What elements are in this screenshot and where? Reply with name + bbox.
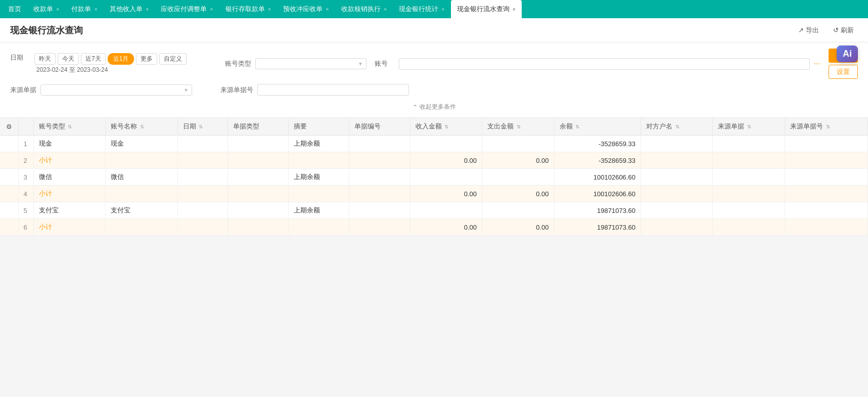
settings-button[interactable]: 设置 — [829, 65, 858, 79]
date-btn-yesterday[interactable]: 昨天 — [34, 53, 56, 65]
account-type-select[interactable]: ▾ — [255, 58, 367, 69]
close-tab-icon[interactable]: × — [146, 6, 149, 12]
cell-source_doc_num — [785, 219, 867, 236]
ai-badge[interactable]: Ai — [837, 46, 858, 62]
source-doc-select[interactable]: ▾ — [40, 84, 192, 96]
cell-account_type: 小计 — [33, 152, 106, 169]
collapse-icon: ⌃ — [413, 104, 418, 111]
cell-source_doc_num — [785, 136, 867, 152]
cell-income — [410, 202, 482, 219]
cell-doc_type — [228, 186, 289, 202]
cell-summary — [289, 152, 349, 169]
close-tab-icon[interactable]: × — [441, 6, 444, 12]
close-tab-icon[interactable]: × — [326, 6, 329, 12]
nav-home[interactable]: 首页 — [2, 0, 27, 18]
cell-doc_type — [228, 136, 289, 152]
sort-icon: ⇅ — [68, 124, 72, 129]
date-label: 日期 — [10, 53, 30, 62]
date-btn-more[interactable]: 更多 — [136, 53, 157, 65]
col-account_name[interactable]: 账号名称 ⇅ — [106, 118, 178, 136]
cell-rownum: 6 — [18, 219, 33, 236]
cell-doc_number — [349, 202, 410, 219]
cell-date — [177, 136, 228, 152]
export-button[interactable]: ↗ 导出 — [794, 24, 823, 37]
cell-rownum: 2 — [18, 152, 33, 169]
col-expense[interactable]: 支出金额 ⇅ — [482, 118, 555, 136]
cell-source_doc — [713, 152, 785, 169]
cell-balance: 100102606.60 — [554, 169, 641, 186]
refresh-button[interactable]: ↺ 刷新 — [829, 24, 858, 37]
sort-icon: ⇅ — [517, 124, 521, 129]
col-date[interactable]: 日期 ⇅ — [177, 118, 228, 136]
table-row: 6小计0.000.0019871073.60 — [0, 219, 868, 236]
nav-tab-应收应付调整单[interactable]: 应收应付调整单× — [155, 0, 219, 18]
cell-account_type: 小计 — [33, 186, 106, 202]
date-btn-custom[interactable]: 自定义 — [159, 53, 187, 65]
col-source_doc_num[interactable]: 来源单据号 ⇅ — [785, 118, 867, 136]
source-doc-num-filter: 来源单据号 — [220, 84, 409, 96]
cell-rownum: 3 — [18, 169, 33, 186]
account-dots-button[interactable]: ··· — [814, 59, 820, 68]
cell-source_doc — [713, 136, 785, 152]
filter-row-2: 来源单据 ▾ 来源单据号 — [10, 84, 858, 96]
col-income[interactable]: 收入金额 ⇅ — [410, 118, 482, 136]
cell-balance: 100102606.60 — [554, 186, 641, 202]
nav-tab-现金银行统计[interactable]: 现金银行统计× — [393, 0, 450, 18]
cell-source_doc_num — [785, 169, 867, 186]
cell-settings — [0, 136, 18, 152]
nav-tab-收款核销执行[interactable]: 收款核销执行× — [335, 0, 393, 18]
close-tab-icon[interactable]: × — [513, 6, 516, 12]
date-btn-today[interactable]: 今天 — [58, 53, 79, 65]
collapse-bar[interactable]: ⌃ 收起更多条件 — [10, 101, 858, 111]
cell-rownum: 1 — [18, 136, 33, 152]
source-doc-num-label: 来源单据号 — [220, 85, 253, 95]
cell-balance: 19871073.60 — [554, 202, 641, 219]
cell-summary: 上期余额 — [289, 136, 349, 152]
close-tab-icon[interactable]: × — [210, 6, 213, 12]
col-counterparty[interactable]: 对方户名 ⇅ — [641, 118, 713, 136]
col-source_doc[interactable]: 来源单据 ⇅ — [713, 118, 785, 136]
table-container: ⚙账号类型 ⇅账号名称 ⇅日期 ⇅单据类型摘要单据编号收入金额 ⇅支出金额 ⇅余… — [0, 118, 868, 236]
nav-tab-其他收入单[interactable]: 其他收入单× — [104, 0, 155, 18]
cell-source_doc_num — [785, 186, 867, 202]
nav-tab-付款单[interactable]: 付款单× — [65, 0, 103, 18]
source-doc-filter: 来源单据 ▾ — [10, 84, 192, 96]
table-row: 3微信微信上期余额100102606.60 — [0, 169, 868, 186]
main-table: ⚙账号类型 ⇅账号名称 ⇅日期 ⇅单据类型摘要单据编号收入金额 ⇅支出金额 ⇅余… — [0, 118, 868, 236]
cell-doc_type — [228, 169, 289, 186]
cell-doc_number — [349, 219, 410, 236]
cell-income — [410, 136, 482, 152]
cell-balance: -3528659.33 — [554, 152, 641, 169]
cell-source_doc — [713, 186, 785, 202]
sort-icon: ⇅ — [199, 124, 203, 129]
account-input[interactable] — [399, 58, 809, 70]
cell-rownum: 5 — [18, 202, 33, 219]
nav-tab-银行存取款单[interactable]: 银行存取款单× — [219, 0, 277, 18]
nav-tab-预收冲应收单[interactable]: 预收冲应收单× — [277, 0, 335, 18]
close-tab-icon[interactable]: × — [56, 6, 59, 12]
cell-expense: 0.00 — [482, 186, 555, 202]
col-balance[interactable]: 余额 ⇅ — [554, 118, 641, 136]
close-tab-icon[interactable]: × — [384, 6, 387, 12]
nav-tab-现金银行流水查询[interactable]: 现金银行流水查询× — [451, 0, 522, 18]
cell-date — [177, 186, 228, 202]
account-filter: 账号 ··· — [375, 58, 820, 70]
date-btn-7days[interactable]: 近7天 — [81, 53, 106, 65]
account-type-filter: 账号类型 ▾ — [225, 58, 367, 69]
close-tab-icon[interactable]: × — [94, 6, 97, 12]
col-account_type[interactable]: 账号类型 ⇅ — [33, 118, 106, 136]
source-doc-dropdown-icon: ▾ — [185, 86, 188, 94]
sort-icon: ⇅ — [826, 124, 830, 129]
close-tab-icon[interactable]: × — [268, 6, 271, 12]
cell-settings — [0, 152, 18, 169]
table-row: 5支付宝支付宝上期余额19871073.60 — [0, 202, 868, 219]
cell-expense: 0.00 — [482, 219, 555, 236]
date-btn-1month[interactable]: 近1月 — [108, 53, 134, 65]
sort-icon: ⇅ — [444, 124, 448, 129]
source-doc-num-input[interactable] — [257, 84, 409, 96]
cell-counterparty — [641, 152, 713, 169]
table-row: 4小计0.000.00100102606.60 — [0, 186, 868, 202]
table-row: 2小计0.000.00-3528659.33 — [0, 152, 868, 169]
nav-tab-收款单[interactable]: 收款单× — [27, 0, 65, 18]
cell-income: 0.00 — [410, 219, 482, 236]
